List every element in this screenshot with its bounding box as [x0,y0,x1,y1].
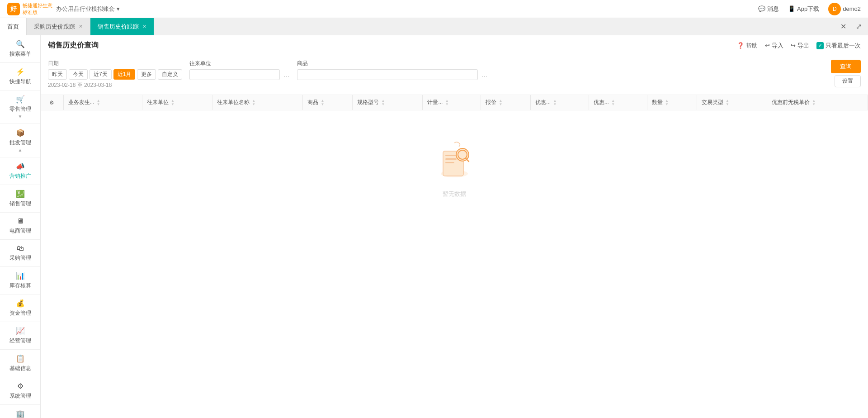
tab-purchase-label: 采购历史价跟踪 [34,23,75,31]
export-action[interactable]: ↪ 导出 [791,42,809,50]
inventory-icon: 📊 [16,271,25,280]
date-btn-more[interactable]: 更多 [137,69,156,80]
date-filter-group: 日期 昨天 今天 近7天 近1月 更多 自定义 2023-02-18 至 202… [48,60,182,89]
query-button[interactable]: 查询 [831,60,861,73]
close-all-tabs[interactable]: ✕ [837,21,849,33]
date-btn-1month[interactable]: 近1月 [113,69,136,80]
app-title-dropdown[interactable]: 办公用品行业模拟账套 ▾ [56,5,120,13]
wholesale-expand-icon: ▲ [18,147,23,152]
sidebar-item-ecommerce[interactable]: 🖥 电商管理 [0,213,40,240]
sidebar-item-system[interactable]: ⚙ 系统管理 [0,377,40,405]
empty-illustration [432,138,477,183]
app-download-action[interactable]: 📱 App下载 [788,5,819,13]
table-header: ⚙ 业务发生... ▲ ▼ 往来单位 [41,95,868,110]
sort-icons-disc2: ▲ ▼ [611,99,615,106]
page-content: 销售历史价查询 ❓ 帮助 ↩ 导入 ↪ 导出 ✓ [41,35,868,418]
wholesale-icon: 📦 [16,128,25,137]
col-spec[interactable]: 规格型号 ▲ ▼ [353,95,423,110]
tab-purchase-history[interactable]: 采购历史价跟踪 ✕ [27,18,90,35]
sidebar-item-finance[interactable]: 💰 资金管理 [0,294,40,322]
source-unit-filter: 往来单位 ... [189,60,289,80]
sort-icons-goods: ▲ ▼ [321,99,325,106]
col-unit-code[interactable]: 往来单位 ▲ ▼ [142,95,212,110]
col-trade-type[interactable]: 交易类型 ▲ ▼ [697,95,767,110]
sidebar-item-quicknav[interactable]: ⚡ 快捷导航 [0,63,40,90]
sort-down: ▼ [97,103,100,106]
settings-button[interactable]: 设置 [835,75,861,87]
avatar: D [828,3,841,15]
sort-icons-quote: ▲ ▼ [499,99,503,106]
col-pretax-price-label: 优惠前无税单价 [772,99,810,105]
date-btn-7days[interactable]: 近7天 [90,69,112,80]
sidebar-item-inventory[interactable]: 📊 库存核算 [0,267,40,294]
sort-icons-unit2: ▲ ▼ [445,99,449,106]
main-layout: 🔍 搜索菜单 ⚡ 快捷导航 🛒 零售管理 ▼ 📦 批发管理 ▲ 📣 营销推广 💹… [0,35,868,418]
col-biz-date[interactable]: 业务发生... ▲ ▼ [63,95,142,110]
logo-text: 畅捷通好生意 标准版 [23,2,52,15]
tab-purchase-close[interactable]: ✕ [79,24,83,29]
finance-icon: 💰 [16,299,25,308]
basicinfo-icon: 📋 [16,354,25,363]
source-unit-input[interactable] [189,69,280,80]
sidebar-item-enterprise[interactable]: 🏢 企业协同 [0,405,40,418]
help-action[interactable]: ❓ 帮助 [737,42,758,50]
sort-down-disc2: ▼ [611,103,615,106]
col-unit-name[interactable]: 往来单位名称 ▲ ▼ [212,95,302,110]
sidebar-label-basic-info: 基础信息 [9,365,31,372]
source-unit-label: 往来单位 [189,60,289,67]
sidebar-item-sales[interactable]: 💹 销售管理 [0,185,40,213]
export-icon: ↪ [791,42,796,49]
col-quantity[interactable]: 数量 ▲ ▼ [647,95,697,110]
filter-bar: 日期 昨天 今天 近7天 近1月 更多 自定义 2023-02-18 至 202… [41,54,868,95]
goods-input[interactable] [297,69,478,80]
col-pretax-price[interactable]: 优惠前无税单价 ▲ ▼ [767,95,868,110]
sort-icons-pretax: ▲ ▼ [812,99,816,106]
checkbox-icon: ✓ [816,42,824,49]
sidebar-item-operations[interactable]: 📈 经营管理 [0,322,40,350]
user-action[interactable]: D demo2 [828,3,861,15]
date-range-text: 2023-02-18 至 2023-03-18 [48,81,182,89]
goods-input-row: ... [297,69,487,80]
sidebar-item-basic-info[interactable]: 📋 基础信息 [0,350,40,377]
sidebar-label-system: 系统管理 [9,392,31,400]
sidebar-item-wholesale[interactable]: 📦 批发管理 ▲ [0,124,40,157]
sort-icons-trade: ▲ ▼ [726,99,729,106]
sidebar-item-marketing[interactable]: 📣 营销推广 [0,157,40,185]
sort-down-quote: ▼ [499,103,503,106]
tab-home[interactable]: 首页 [0,18,27,35]
sidebar-label-purchase: 采购管理 [9,254,31,262]
sidebar-item-search[interactable]: 🔍 搜索菜单 [0,35,40,63]
source-unit-dots[interactable]: ... [283,71,289,79]
tab-sales-label: 销售历史价跟踪 [98,23,139,31]
page-header: 销售历史价查询 ❓ 帮助 ↩ 导入 ↪ 导出 ✓ [41,35,868,54]
tab-sales-close[interactable]: ✕ [142,24,146,29]
date-btn-custom[interactable]: 自定义 [158,69,182,80]
date-btn-yesterday[interactable]: 昨天 [48,69,67,80]
col-quote[interactable]: 报价 ▲ ▼ [481,95,531,110]
goods-dots[interactable]: ... [481,71,487,79]
retail-icon: 🛒 [16,95,25,104]
col-goods[interactable]: 商品 ▲ ▼ [303,95,353,110]
date-buttons: 昨天 今天 近7天 近1月 更多 自定义 [48,69,182,80]
message-action[interactable]: 💬 消息 [758,5,779,13]
page-title: 销售历史价查询 [48,41,99,50]
message-icon: 💬 [758,5,765,12]
sort-down-pretax: ▼ [812,103,816,106]
col-discount2[interactable]: 优惠... ▲ ▼ [589,95,647,110]
tab-sales-history[interactable]: 销售历史价跟踪 ✕ [90,18,154,35]
date-btn-today[interactable]: 今天 [69,69,88,80]
col-discount1[interactable]: 优惠... ▲ ▼ [531,95,589,110]
sidebar-item-retail[interactable]: 🛒 零售管理 ▼ [0,90,40,124]
col-settings[interactable]: ⚙ [41,95,63,110]
sidebar-item-purchase[interactable]: 🛍 采购管理 [0,240,40,267]
col-spec-label: 规格型号 [357,99,379,105]
col-unit[interactable]: 计量... ▲ ▼ [423,95,481,110]
only-last-checkbox[interactable]: ✓ 只看最后一次 [816,42,861,50]
sort-icons-biz: ▲ ▼ [97,99,100,106]
import-action[interactable]: ↩ 导入 [765,42,783,50]
sales-icon: 💹 [16,190,25,198]
maximize-btn[interactable]: ⤢ [853,21,864,33]
sort-icons-spec: ▲ ▼ [382,99,385,106]
data-table: ⚙ 业务发生... ▲ ▼ 往来单位 [41,95,868,110]
ecommerce-icon: 🖥 [17,217,24,225]
